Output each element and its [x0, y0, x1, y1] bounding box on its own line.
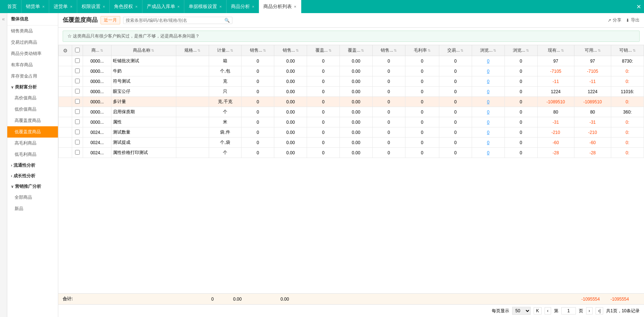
sidebar-group-wealth[interactable]: ∨ 类财富分析: [7, 82, 58, 92]
col-cov2[interactable]: 覆盖...⇅: [340, 45, 373, 56]
close-icon[interactable]: ×: [42, 4, 44, 9]
row-browse1[interactable]: 0: [472, 117, 504, 127]
col-sales3[interactable]: 销售...⇅: [372, 45, 405, 56]
row-browse1[interactable]: 0: [472, 107, 504, 117]
row-gross-rate: 0: [405, 107, 439, 117]
sidebar-item-low-coverage[interactable]: 低覆盖度商品: [7, 126, 58, 138]
sidebar-item-high-margin[interactable]: 高毛利商品: [7, 138, 58, 149]
sidebar-item-high-coverage[interactable]: 高覆盖度商品: [7, 115, 58, 126]
row-checkbox[interactable]: [72, 117, 83, 127]
table-row: 0000... 旺铺批次测试 箱 0 0.00 0 0.00 0 0 0 0 0…: [59, 56, 644, 66]
page-number-input[interactable]: [561, 307, 576, 314]
col-cov1[interactable]: 覆盖...⇅: [307, 45, 340, 56]
row-saleable: 0:: [611, 117, 644, 127]
row-checkbox[interactable]: [72, 107, 83, 117]
nav-permissions[interactable]: 权限设置 ×: [77, 0, 110, 13]
sidebar-group-marketing[interactable]: ∨ 营销推广分析: [7, 181, 58, 192]
close-icon[interactable]: ×: [252, 4, 254, 9]
sidebar-item-traded-goods[interactable]: 交易过的商品: [7, 37, 58, 48]
nav-purchase[interactable]: 进货单 ×: [49, 0, 77, 13]
close-icon[interactable]: ×: [177, 4, 180, 9]
sidebar-item-in-stock[interactable]: 有库存商品: [7, 59, 58, 71]
row-checkbox[interactable]: [72, 56, 83, 66]
close-icon[interactable]: ×: [219, 4, 221, 9]
close-icon[interactable]: ×: [135, 4, 137, 9]
row-browse1[interactable]: 0: [472, 87, 504, 97]
row-checkbox[interactable]: [72, 87, 83, 97]
table-row: 0000... 多计量 克,千克 0 0.00 0 0.00 0 0 0 0 0…: [59, 97, 644, 107]
row-checkbox[interactable]: [72, 76, 83, 87]
sidebar-group-growth[interactable]: › 成长性分析: [7, 171, 58, 181]
prev-page-button[interactable]: ‹: [545, 307, 551, 314]
col-code[interactable]: 商...⇅: [83, 45, 111, 56]
row-checkbox[interactable]: [72, 148, 83, 158]
nav-production[interactable]: 产成品入库单 ×: [142, 0, 184, 13]
row-checkbox[interactable]: [72, 66, 83, 76]
col-browse2[interactable]: 浏览...⇅: [504, 45, 537, 56]
row-checkbox[interactable]: [72, 127, 83, 138]
search-icon[interactable]: 🔍: [224, 18, 230, 23]
sidebar-item-capital-usage[interactable]: 库存资金占用: [7, 71, 58, 82]
nav-product-analysis[interactable]: 商品分析 ×: [227, 0, 259, 13]
sidebar-collapse-button[interactable]: «: [0, 13, 7, 317]
col-transaction[interactable]: 交易...⇅: [439, 45, 472, 56]
sidebar-group-circulation[interactable]: › 流通性分析: [7, 160, 58, 171]
col-checkbox[interactable]: [72, 45, 83, 56]
row-transaction: 0: [439, 148, 472, 158]
row-available: -7105: [574, 66, 611, 76]
col-current[interactable]: 现有...⇅: [537, 45, 574, 56]
col-available[interactable]: 可用...⇅: [574, 45, 611, 56]
sort-icon: ⇅: [428, 48, 431, 52]
first-page-button[interactable]: K: [534, 307, 542, 314]
share-button[interactable]: ↗ 分享: [608, 17, 621, 23]
row-current: -11: [537, 76, 574, 87]
row-browse1[interactable]: 0: [472, 127, 504, 138]
search-input[interactable]: [126, 18, 224, 23]
last-page-button[interactable]: ›|: [596, 307, 603, 314]
nav-home[interactable]: 首页: [3, 0, 21, 13]
nav-template[interactable]: 单据模板设置 ×: [184, 0, 226, 13]
row-browse1[interactable]: 0: [472, 138, 504, 148]
close-icon[interactable]: ×: [294, 4, 296, 9]
row-browse1[interactable]: 0: [472, 148, 504, 158]
data-table: ⚙ 商...⇅ 商品名称⇅ 规格...⇅ 计量...⇅ 销售...⇅ 销售...…: [58, 45, 644, 158]
sidebar-item-high-value[interactable]: 高价值商品: [7, 92, 58, 104]
col-sales-qty[interactable]: 销售...⇅: [242, 45, 274, 56]
sidebar-item-low-margin[interactable]: 低毛利商品: [7, 149, 58, 160]
row-checkbox[interactable]: [72, 97, 83, 107]
sidebar-item-all-goods[interactable]: 全部商品: [7, 192, 58, 203]
close-all-button[interactable]: ✕: [636, 3, 641, 10]
col-settings[interactable]: ⚙: [59, 45, 72, 56]
nav-sales[interactable]: 销货单 ×: [21, 0, 49, 13]
next-page-button[interactable]: ›: [586, 307, 593, 314]
nav-product-analysis-list[interactable]: 商品分析列表 ×: [259, 0, 301, 13]
col-name[interactable]: 商品名称⇅: [111, 45, 176, 56]
sidebar-item-category-rate[interactable]: 商品分类动销率: [7, 48, 58, 59]
nav-roles[interactable]: 角色授权 ×: [110, 0, 142, 13]
col-spec[interactable]: 规格...⇅: [176, 45, 209, 56]
sidebar-item-low-value[interactable]: 低价值商品: [7, 104, 58, 115]
per-page-select[interactable]: 50 100 200: [512, 307, 531, 315]
sidebar-item-sales-goods[interactable]: 销售类商品: [7, 25, 58, 37]
col-saleable[interactable]: 可销...⇅: [611, 45, 644, 56]
close-icon[interactable]: ×: [70, 4, 72, 9]
row-browse1[interactable]: 0: [472, 56, 504, 66]
select-all-checkbox[interactable]: [75, 48, 80, 52]
col-browse1[interactable]: 浏览...⇅: [472, 45, 504, 56]
export-button[interactable]: ⬇ 导出: [626, 17, 640, 23]
row-saleable: 0:: [611, 97, 644, 107]
close-icon[interactable]: ×: [103, 4, 105, 9]
row-available: -60: [574, 138, 611, 148]
row-transaction: 0: [439, 66, 472, 76]
row-browse1[interactable]: 0: [472, 76, 504, 87]
row-current: -31: [537, 117, 574, 127]
period-button[interactable]: 近一月: [101, 16, 120, 24]
row-saleable: 11016:: [611, 87, 644, 97]
row-checkbox[interactable]: [72, 138, 83, 148]
sidebar-item-new-goods[interactable]: 新品: [7, 203, 58, 214]
col-gross-rate[interactable]: 毛利率⇅: [405, 45, 439, 56]
col-sales-amt[interactable]: 销售...⇅: [274, 45, 307, 56]
col-unit[interactable]: 计量...⇅: [209, 45, 242, 56]
row-browse1[interactable]: 0: [472, 66, 504, 76]
row-browse1[interactable]: 0: [472, 97, 504, 107]
